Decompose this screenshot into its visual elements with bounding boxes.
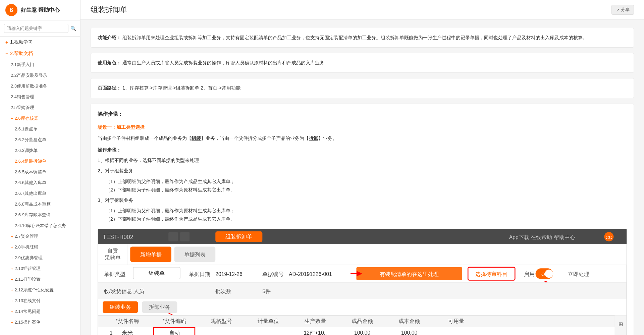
sidebar-item-finance[interactable]: + 2.7资金管理 xyxy=(0,231,80,242)
sidebar: 6 好生意 帮助中心 🔍 + 1.视频学习 − 2.帮助文档 2.1新手入门 2… xyxy=(0,0,80,335)
sidebar-item-inventory[interactable]: − 2.6库存核算 xyxy=(0,113,80,124)
step2: 2、对于组装业务 xyxy=(98,167,627,175)
sidebar-item-label: 1.视频学习 xyxy=(10,39,33,45)
path-block: 页面路径： 1、库存核算->库存管理->组装拆卸单 2、首页->常用功能 xyxy=(91,78,634,98)
svg-text:1: 1 xyxy=(110,330,113,335)
main-content: 组装拆卸单 ↗ 分享 功能介绍： 组装拆卸单用来处理企业组装或拆卸等加工业务，支… xyxy=(80,0,644,335)
sidebar-item-personalize[interactable]: + 2.12系统个性化设置 xyxy=(0,285,80,295)
svg-text:组装拆卸单: 组装拆卸单 xyxy=(225,234,252,239)
step3-sub2: （2）下部明细为子件明细，最终作为产成品生成其它入库单。 xyxy=(106,215,627,223)
svg-text:单据类型: 单据类型 xyxy=(104,272,125,277)
sidebar-item-ledger-fix[interactable]: 2.6.10库存账本错了怎么办 xyxy=(0,220,80,231)
sidebar-item-partial-stocktake[interactable]: 2.6.2分量盘点单 xyxy=(0,134,80,145)
search-icon[interactable]: 🔍 xyxy=(70,26,76,31)
page-title: 组装拆卸单 xyxy=(91,5,127,15)
svg-text:启用: 启用 xyxy=(524,272,535,277)
svg-text:100.00: 100.00 xyxy=(354,330,370,335)
screenshot-container: TEST-H002 组装拆卸单 App下载 在线帮助 帮助中心 CC 自贡 xyxy=(98,229,627,335)
svg-text:12件+10..: 12件+10.. xyxy=(304,330,327,335)
path-label: 页面路径： xyxy=(98,85,121,91)
step2-sub2: （2）下部明细为子件明细，最终作为原材料生成其它出库单。 xyxy=(106,186,627,194)
sidebar-item-other-inbound[interactable]: 2.6.6其他入库单 xyxy=(0,177,80,188)
svg-text:单据列表: 单据列表 xyxy=(184,252,206,258)
sidebar-nav: + 1.视频学习 − 2.帮助文档 2.1新手入门 2.2产品安装及登录 2.3… xyxy=(0,37,80,335)
operations-block: 操作步骤： 场景一：加工类型选择 当由多个子件材料组装成一个成品的业务为【组装】… xyxy=(91,104,634,335)
path-text: 1、库存核算->库存管理->组装拆卸单 2、首页->常用功能 xyxy=(122,85,240,91)
main-header: 组装拆卸单 ↗ 分享 xyxy=(80,0,644,20)
svg-text:5件: 5件 xyxy=(262,288,271,294)
svg-rect-38 xyxy=(98,283,627,299)
sidebar-item-ledger-query[interactable]: 2.6.9库存账本查询 xyxy=(0,210,80,220)
expand-icon: + xyxy=(5,40,8,45)
sidebar-item-docs[interactable]: − 2.帮助文档 xyxy=(0,48,80,59)
minus-icon: − xyxy=(11,116,13,121)
search-input[interactable] xyxy=(4,24,68,33)
svg-rect-3 xyxy=(168,232,178,241)
scene1-desc: 当由多个子件材料组装成一个成品的业务为【组装】业务，当由一个父件拆分成多个子产品… xyxy=(98,134,627,143)
sidebar-item-mobile[interactable]: + 2.8手机旺铺 xyxy=(0,242,80,253)
share-button[interactable]: ↗ 分享 xyxy=(611,5,634,15)
svg-text:100.00: 100.00 xyxy=(401,330,417,335)
svg-text:成本金额: 成本金额 xyxy=(398,319,420,324)
role-text: 通常由生产人员或库管人员完成拆装业务的操作，库管人员确认原材料的出库和产成品的入… xyxy=(122,60,324,65)
svg-rect-42 xyxy=(98,299,627,316)
sidebar-item-sales[interactable]: 2.4销售管理 xyxy=(0,92,80,102)
svg-text:采购单: 采购单 xyxy=(105,255,121,261)
svg-text:TEST-H002: TEST-H002 xyxy=(103,234,133,240)
svg-text:拆卸业务: 拆卸业务 xyxy=(149,304,170,310)
sidebar-item-assembly[interactable]: 2.6.4组装拆卸单 xyxy=(0,156,80,167)
svg-rect-4 xyxy=(180,232,190,241)
svg-text:规格型号: 规格型号 xyxy=(211,319,232,324)
sidebar-item-coupon[interactable]: + 2.9优惠券管理 xyxy=(0,253,80,263)
sidebar-item-purchase[interactable]: 2.5采购管理 xyxy=(0,102,80,113)
sidebar-item-label: 2.帮助文档 xyxy=(10,51,33,57)
sidebar-item-install[interactable]: 2.2产品安装及登录 xyxy=(0,70,80,81)
op-steps-label: 操作步骤： xyxy=(98,146,627,154)
svg-text:*父件名称: *父件名称 xyxy=(115,319,139,324)
sidebar-item-video[interactable]: + 1.视频学习 xyxy=(0,37,80,48)
sidebar-item-other-outbound[interactable]: 2.6.7其他出库单 xyxy=(0,188,80,199)
sidebar-item-print[interactable]: + 2.11打印设置 xyxy=(0,274,80,285)
svg-text:批次数: 批次数 xyxy=(215,288,231,294)
svg-text:2019-12-26: 2019-12-26 xyxy=(215,272,243,277)
svg-text:组装业务: 组装业务 xyxy=(110,304,131,310)
svg-text:组装单: 组装单 xyxy=(149,270,165,276)
sidebar-item-online-pay[interactable]: + 2.13在线支付 xyxy=(0,295,80,306)
collapse-icon: − xyxy=(5,51,8,56)
sidebar-item-operations[interactable]: + 2.10经营管理 xyxy=(0,263,80,274)
svg-text:⊞: ⊞ xyxy=(619,321,623,327)
intro-block: 功能介绍： 组装拆卸单用来处理企业组装或拆卸等加工业务，支持有固定装配清单的产品… xyxy=(91,28,634,48)
svg-text:自动: 自动 xyxy=(169,330,180,335)
screenshot-image: TEST-H002 组装拆卸单 App下载 在线帮助 帮助中心 CC 自贡 xyxy=(98,229,627,335)
sidebar-item-cost-adjust[interactable]: 2.6.5成本调整单 xyxy=(0,167,80,177)
scene1-title: 场景一：加工类型选择 xyxy=(98,123,627,131)
svg-text:收/发货信息  人员: 收/发货信息 人员 xyxy=(104,288,145,294)
svg-text:有装配清单的在这里处理: 有装配清单的在这里处理 xyxy=(380,272,439,277)
svg-text:可用量: 可用量 xyxy=(448,319,464,324)
svg-text:自贡: 自贡 xyxy=(107,248,118,254)
ops-title: 操作步骤： xyxy=(98,109,627,118)
share-label: 分享 xyxy=(621,7,630,13)
sidebar-item-cases[interactable]: + 2.15操作案例 xyxy=(0,317,80,328)
svg-text:选择待审科目: 选择待审科目 xyxy=(475,272,507,277)
step2-sub1: （1）上部明细为父件明细，最终作为产成品生成其它入库单； xyxy=(106,177,627,186)
intro-label: 功能介绍： xyxy=(98,35,121,40)
sidebar-item-data-prep[interactable]: 2.3使用前数据准备 xyxy=(0,81,80,92)
step3: 3、对于拆装业务 xyxy=(98,196,627,205)
logo-icon: 6 xyxy=(5,4,17,16)
content-area: 功能介绍： 组装拆卸单用来处理企业组装或拆卸等加工业务，支持有固定装配清单的产品… xyxy=(80,20,644,335)
svg-text:计量单位: 计量单位 xyxy=(258,319,279,324)
svg-text:米米: 米米 xyxy=(122,330,133,335)
sidebar-header: 6 好生意 帮助中心 xyxy=(0,0,80,20)
sidebar-item-beginner[interactable]: 2.1新手入门 xyxy=(0,59,80,70)
step1: 1、根据不同的业务，选择不同单据的类型来处理 xyxy=(98,156,627,165)
app-title: 好生意 帮助中心 xyxy=(21,7,60,14)
search-box: 🔍 xyxy=(0,20,80,37)
svg-text:单据日期: 单据日期 xyxy=(189,272,210,277)
sidebar-item-cost-recalc[interactable]: 2.6.8商品成本重算 xyxy=(0,199,80,210)
svg-text:AD-20191226-001: AD-20191226-001 xyxy=(289,272,332,277)
sidebar-item-faq[interactable]: + 2.14常见问题 xyxy=(0,306,80,317)
sidebar-item-stocktake[interactable]: 2.6.1盘点单 xyxy=(0,124,80,134)
sidebar-item-transfer[interactable]: 2.6.3调拨单 xyxy=(0,145,80,156)
svg-text:On: On xyxy=(541,272,548,277)
